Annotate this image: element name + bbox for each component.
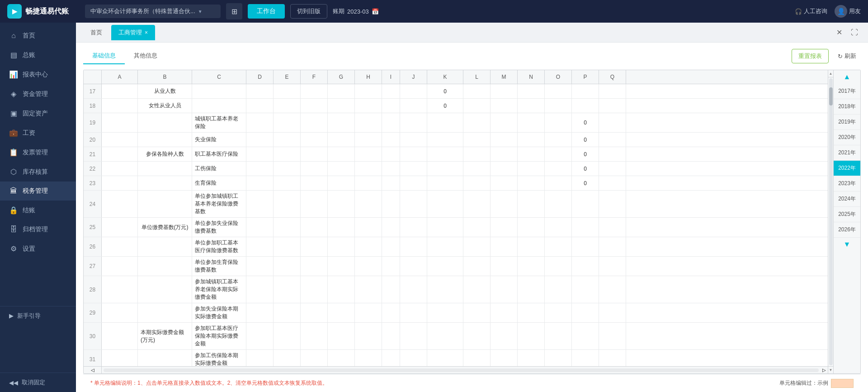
cell-19-M[interactable]	[491, 113, 518, 132]
cell-22-Q[interactable]	[599, 162, 626, 176]
cell-20-Q[interactable]	[599, 133, 626, 147]
cell-29-E[interactable]	[274, 303, 301, 322]
sidebar-item-close[interactable]: 🔒 结账	[0, 201, 76, 220]
cell-29-L[interactable]	[463, 303, 491, 322]
cell-23-F[interactable]	[301, 176, 328, 190]
expand-btn[interactable]: ⛶	[848, 26, 861, 39]
year-item-2023[interactable]: 2023年	[834, 176, 860, 191]
cell-26-H[interactable]	[355, 237, 382, 256]
cell-30-D[interactable]	[246, 323, 274, 349]
sidebar-item-payroll[interactable]: 💼 工资	[0, 123, 76, 143]
cell-26-P[interactable]	[572, 237, 599, 256]
cell-19-J[interactable]	[400, 113, 427, 132]
cell-29-P[interactable]	[572, 303, 599, 322]
cell-27-M[interactable]	[491, 257, 518, 276]
cell-17-O[interactable]	[545, 84, 572, 98]
cell-27-P[interactable]	[572, 257, 599, 276]
cell-21-J[interactable]	[400, 147, 427, 161]
cell-23-C[interactable]: 生育保险	[192, 176, 246, 190]
cell-29-K[interactable]	[427, 303, 463, 322]
cell-24-N[interactable]	[518, 191, 545, 217]
cell-28-A[interactable]	[102, 276, 138, 303]
cell-28-N[interactable]	[518, 276, 545, 303]
cell-19-Q[interactable]	[599, 113, 626, 132]
sidebar-item-report[interactable]: 📊 报表中心	[0, 65, 76, 84]
year-item-2024[interactable]: 2024年	[834, 191, 860, 207]
cell-24-O[interactable]	[545, 191, 572, 217]
cell-28-O[interactable]	[545, 276, 572, 303]
tab-other-info[interactable]: 其他信息	[125, 48, 166, 64]
cell-29-D[interactable]	[246, 303, 274, 322]
cell-24-C[interactable]: 单位参加城镇职工基本养老保险缴费基数	[192, 191, 246, 217]
cell-29-F[interactable]	[301, 303, 328, 322]
cell-20-O[interactable]	[545, 133, 572, 147]
cell-28-H[interactable]	[355, 276, 382, 303]
cell-26-F[interactable]	[301, 237, 328, 256]
cell-28-I[interactable]	[382, 276, 400, 303]
cell-30-A[interactable]	[102, 323, 138, 349]
cell-22-A[interactable]	[102, 162, 138, 176]
cell-23-I[interactable]	[382, 176, 400, 190]
cell-20-K[interactable]	[427, 133, 463, 147]
cell-17-N[interactable]	[518, 84, 545, 98]
cell-28-L[interactable]	[463, 276, 491, 303]
cell-23-L[interactable]	[463, 176, 491, 190]
cell-29-O[interactable]	[545, 303, 572, 322]
cell-21-E[interactable]	[274, 147, 301, 161]
cell-28-C[interactable]: 参加城镇职工基本养老保险本期实际缴费金额	[192, 276, 246, 303]
cell-17-D[interactable]	[246, 84, 274, 98]
cell-20-C[interactable]: 失业保险	[192, 133, 246, 147]
tab-basic-info[interactable]: 基础信息	[83, 48, 125, 64]
cell-26-A[interactable]	[102, 237, 138, 256]
cell-24-G[interactable]	[328, 191, 355, 217]
cell-26-N[interactable]	[518, 237, 545, 256]
cell-21-A[interactable]	[102, 147, 138, 161]
cell-26-K[interactable]	[427, 237, 463, 256]
cell-23-N[interactable]	[518, 176, 545, 190]
cell-27-B[interactable]	[138, 257, 192, 276]
cell-24-A[interactable]	[102, 191, 138, 217]
cell-17-L[interactable]	[463, 84, 491, 98]
cell-28-G[interactable]	[328, 276, 355, 303]
cell-21-O[interactable]	[545, 147, 572, 161]
cell-26-D[interactable]	[246, 237, 274, 256]
cell-31-M[interactable]	[491, 350, 518, 366]
cell-21-G[interactable]	[328, 147, 355, 161]
cell-25-M[interactable]	[491, 218, 518, 237]
cell-26-B[interactable]	[138, 237, 192, 256]
cell-18-O[interactable]	[545, 99, 572, 113]
cell-24-M[interactable]	[491, 191, 518, 217]
company-selector[interactable]: 中审众环会计师事务所（特殊普通合伙... ▼	[85, 5, 221, 18]
cell-21-D[interactable]	[246, 147, 274, 161]
cell-31-Q[interactable]	[599, 350, 626, 366]
cell-19-K[interactable]	[427, 113, 463, 132]
cell-30-H[interactable]	[355, 323, 382, 349]
cell-24-F[interactable]	[301, 191, 328, 217]
year-item-2020[interactable]: 2020年	[834, 130, 860, 145]
cell-28-F[interactable]	[301, 276, 328, 303]
cell-23-P[interactable]: 0	[572, 176, 599, 190]
sidebar-item-home[interactable]: ⌂ 首页	[0, 26, 76, 45]
cell-22-C[interactable]: 工伤保险	[192, 162, 246, 176]
service-btn[interactable]: 🎧 人工咨询	[795, 7, 827, 15]
cell-31-N[interactable]	[518, 350, 545, 366]
cell-28-K[interactable]	[427, 276, 463, 303]
cell-18-C[interactable]	[192, 99, 246, 113]
cell-31-G[interactable]	[328, 350, 355, 366]
cell-25-E[interactable]	[274, 218, 301, 237]
cell-22-N[interactable]	[518, 162, 545, 176]
tab-home[interactable]: 首页	[83, 25, 109, 40]
cell-17-M[interactable]	[491, 84, 518, 98]
cell-29-H[interactable]	[355, 303, 382, 322]
cell-27-L[interactable]	[463, 257, 491, 276]
cell-27-H[interactable]	[355, 257, 382, 276]
cell-27-I[interactable]	[382, 257, 400, 276]
cell-22-L[interactable]	[463, 162, 491, 176]
cell-22-J[interactable]	[400, 162, 427, 176]
cell-22-F[interactable]	[301, 162, 328, 176]
cell-17-A[interactable]	[102, 84, 138, 98]
cell-29-A[interactable]	[102, 303, 138, 322]
cell-23-H[interactable]	[355, 176, 382, 190]
cell-28-P[interactable]	[572, 276, 599, 303]
cell-20-H[interactable]	[355, 133, 382, 147]
